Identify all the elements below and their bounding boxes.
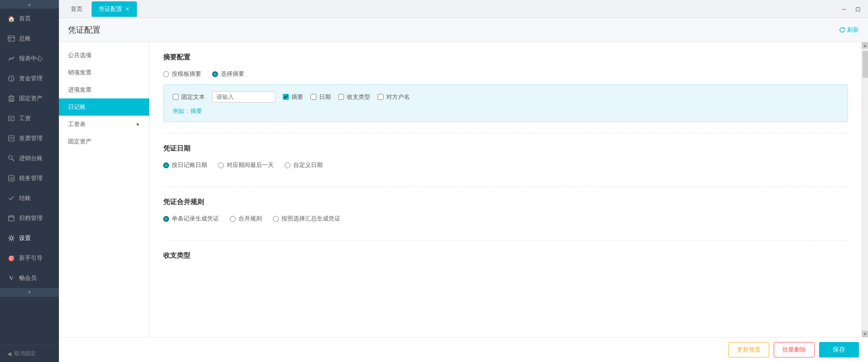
pin-icon: ◀ [7,351,11,357]
sidebar-item-general-ledger[interactable]: 总账 [0,29,59,49]
svg-rect-0 [8,36,15,41]
right-scrollbar[interactable]: ▲ ▼ [862,42,868,337]
sidebar-item-archive-management[interactable]: 归档管理 [0,208,59,228]
page-title: 凭证配置 [68,24,101,35]
refresh-button[interactable]: 刷新 [839,26,859,34]
scroll-down-btn[interactable]: ▼ [862,331,868,337]
radio-by-journal-date[interactable]: 按日记账日期 [163,161,207,169]
svg-point-19 [10,237,13,240]
left-nav-journal[interactable]: 日记账 [59,98,149,116]
checkbox-fixed-text[interactable]: 固定文本 [173,93,205,101]
radio-merge-rule-label: 合并规则 [238,215,262,223]
radio-select-summary[interactable]: 选择摘要 [212,70,244,78]
checkbox-fixed-text-input[interactable] [173,94,179,100]
main-area: 首页 凭证配置 ✕ ─ ⊡ 凭证配置 刷新 [59,0,868,362]
radio-custom-date-input[interactable] [285,162,291,168]
sidebar-item-purchase-sales[interactable]: 进销台账 [0,148,59,168]
radio-by-journal-date-label: 按日记账日期 [172,161,207,169]
svg-rect-5 [10,98,12,101]
tax-icon: 税 [7,174,15,182]
sidebar-item-fixed-assets[interactable]: 固定资产 [0,88,59,108]
radio-merge-rule-input[interactable] [230,216,236,222]
radio-select-summary-generate-input[interactable] [273,216,279,222]
sidebar-item-label: 进销台账 [19,154,43,162]
voucher-merge-radio-group: 单条记录生成凭证 合并规则 按照选择汇总生成凭证 [163,215,848,223]
checkbox-summary[interactable]: 摘要 [283,93,303,101]
sidebar-item-label: 发票管理 [19,134,43,142]
sidebar-item-report-center[interactable]: 报表中心 [0,49,59,68]
window-minimize-button[interactable]: ─ [839,4,849,15]
income-expense-title: 收支类型 [163,251,848,260]
scroll-thumb[interactable] [863,51,868,78]
building-icon [7,94,15,103]
left-nav-label: 销项发票 [68,68,92,77]
radio-last-day-period[interactable]: 对应期间最后一天 [218,161,274,169]
left-nav-label: 日记账 [68,103,86,111]
checkbox-income-expense-input[interactable] [338,94,344,100]
sidebar-item-fund-management[interactable]: 资金管理 [0,68,59,88]
batch-delete-button[interactable]: 批量删除 [774,342,815,357]
sidebar-item-settings[interactable]: 设置 [0,228,59,248]
left-nav-sales-invoice[interactable]: 销项发票 [59,64,149,81]
left-nav-purchase-invoice[interactable]: 进项发票 [59,81,149,98]
svg-point-14 [9,156,12,159]
refresh-icon [839,27,845,33]
checkbox-income-expense[interactable]: 收支类型 [338,93,370,101]
left-nav-public-options[interactable]: 公共选项 [59,47,149,64]
summary-section-title: 摘要配置 [163,53,848,62]
radio-single-record-input[interactable] [163,216,169,222]
sidebar-unpin-button[interactable]: ◀ 取消固定 [0,345,59,362]
vip-icon: V [7,274,15,282]
tab-home[interactable]: 首页 [63,1,90,17]
sidebar-item-settlement[interactable]: 结账 [0,188,59,208]
sidebar-item-invoice-management[interactable]: 发票管理 [0,128,59,148]
left-nav-fixed-assets[interactable]: 固定资产 [59,133,149,150]
invoice-icon [7,134,15,142]
radio-custom-date[interactable]: 自定义日期 [285,161,323,169]
radio-select-summary-generate[interactable]: 按照选择汇总生成凭证 [273,215,340,223]
radio-last-day-period-input[interactable] [218,162,224,168]
scroll-track [862,49,868,331]
sidebar-item-label: 税务管理 [19,174,43,182]
radio-template-summary[interactable]: 按模板摘要 [163,70,201,78]
fund-icon [7,74,15,83]
checkbox-date-label: 日期 [319,93,331,101]
sidebar-item-label: 资金管理 [19,74,43,83]
radio-merge-rule[interactable]: 合并规则 [230,215,262,223]
radio-custom-date-label: 自定义日期 [293,161,323,169]
scroll-up-btn[interactable]: ▲ [862,42,868,49]
radio-single-record[interactable]: 单条记录生成凭证 [163,215,219,223]
sidebar-item-payroll[interactable]: 工资 [0,108,59,128]
checkbox-counterparty-input[interactable] [378,94,383,100]
update-preview-button[interactable]: 更新预置 [728,342,769,357]
sidebar-item-vip[interactable]: V 畅会员 [0,268,59,288]
svg-rect-11 [9,136,14,141]
checkbox-summary-label: 摘要 [291,93,303,101]
checkbox-date-input[interactable] [310,94,316,100]
checkbox-summary-input[interactable] [283,94,289,100]
sidebar-item-label: 工资 [19,114,31,122]
summary-text-input[interactable] [212,91,276,103]
summary-radio-group: 按模板摘要 选择摘要 [163,70,848,78]
tab-voucher-config[interactable]: 凭证配置 ✕ [92,1,137,17]
left-nav-label: 工资表 [68,120,86,128]
radio-last-day-period-label: 对应期间最后一天 [227,161,274,169]
sidebar-scroll-up[interactable]: ▲ [0,0,59,9]
checkbox-date[interactable]: 日期 [310,93,331,101]
sidebar-item-home[interactable]: 🏠 首页 [0,9,59,29]
sidebar-item-tax-management[interactable]: 税 税务管理 [0,168,59,188]
sidebar-item-new-guide[interactable]: 🎯 新手引导 [0,248,59,268]
radio-select-summary-input[interactable] [212,71,218,77]
save-button[interactable]: 保存 [819,342,859,357]
window-maximize-button[interactable]: ⊡ [853,4,863,15]
radio-by-journal-date-input[interactable] [163,162,169,168]
ledger-icon [7,34,15,43]
tab-home-label: 首页 [71,5,82,13]
sidebar-scroll-down[interactable]: ▼ [0,288,59,297]
left-nav-payroll-table[interactable]: 工资表 ▼ [59,116,149,133]
sidebar-item-label: 报表中心 [19,54,43,63]
tab-close-icon[interactable]: ✕ [125,6,130,12]
radio-template-summary-input[interactable] [163,71,169,77]
checkbox-counterparty[interactable]: 对方户名 [378,93,410,101]
voucher-date-title: 凭证日期 [163,144,848,153]
